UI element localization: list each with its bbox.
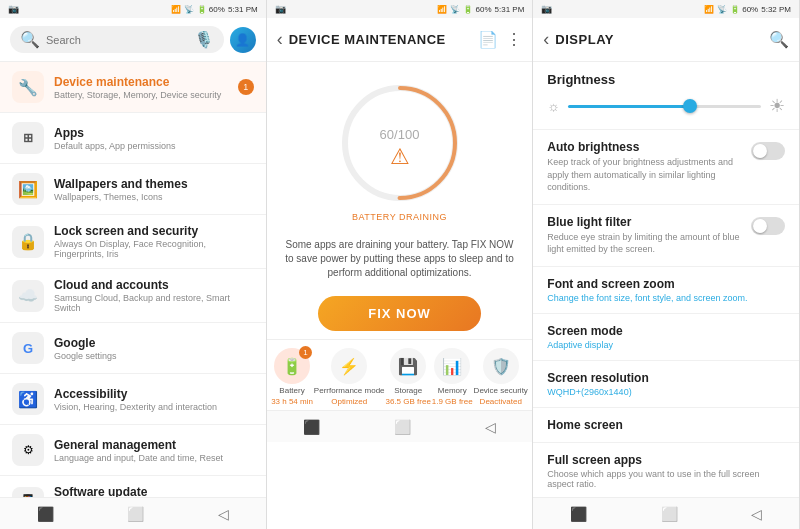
settings-text-device: Device maintenance Battery, Storage, Mem… — [54, 75, 238, 100]
screen-resolution-title: Screen resolution — [547, 371, 785, 385]
settings-text-cloud: Cloud and accounts Samsung Cloud, Backup… — [54, 278, 254, 313]
more-icon[interactable]: ⋮ — [506, 30, 522, 49]
security-bottom-sub: Deactivated — [480, 397, 522, 406]
nav-home-2[interactable]: ⬜ — [394, 419, 411, 435]
settings-icon-cloud: ☁️ — [12, 280, 44, 312]
bottom-icons-row: 🔋 1 Battery 33 h 54 min ⚡ Perrformance m… — [267, 339, 533, 410]
settings-item-apps[interactable]: ⊞ Apps Default apps, App permissions — [0, 113, 266, 164]
bottom-icon-performance[interactable]: ⚡ Perrformance mode Optimized — [314, 348, 385, 406]
settings-item-device-maintenance[interactable]: 🔧 Device maintenance Battery, Storage, M… — [0, 62, 266, 113]
battery-exclamation-icon: ⚠ — [380, 144, 420, 170]
full-screen-sub: Choose which apps you want to use in the… — [547, 469, 785, 489]
settings-item-wallpapers[interactable]: 🖼️ Wallpapers and themes Wallpapers, The… — [0, 164, 266, 215]
wifi-icon-2: 📡 — [450, 5, 460, 14]
nav-recent-3[interactable]: ⬛ — [570, 506, 587, 522]
auto-brightness-toggle[interactable] — [751, 142, 785, 160]
profile-letter: 👤 — [235, 33, 250, 47]
settings-name-lock: Lock screen and security — [54, 224, 254, 238]
settings-item-general[interactable]: ⚙ General management Language and input,… — [0, 425, 266, 476]
settings-icon-apps: ⊞ — [12, 122, 44, 154]
settings-name-general: General management — [54, 438, 254, 452]
blue-light-title: Blue light filter — [547, 215, 743, 229]
battery-center: 60/100 ⚠ — [380, 116, 420, 170]
bottom-icon-security[interactable]: 🛡️ Device security Deactivated — [474, 348, 528, 406]
back-button-3[interactable]: ‹ — [543, 29, 549, 50]
nav-back-3[interactable]: ◁ — [751, 506, 762, 522]
memory-bottom-icon: 📊 — [434, 348, 470, 384]
back-button-2[interactable]: ‹ — [277, 29, 283, 50]
battery-icon-3: 🔋 60% — [730, 5, 758, 14]
settings-item-google[interactable]: G Google Google settings — [0, 323, 266, 374]
settings-name-cloud: Cloud and accounts — [54, 278, 254, 292]
home-screen-title: Home screen — [547, 418, 785, 432]
battery-bottom-label: Battery — [279, 386, 304, 395]
bottom-icon-memory[interactable]: 📊 Memory 1.9 GB free — [432, 348, 473, 406]
status-bar-2: 📷 📶 📡 🔋 60% 5:31 PM — [267, 0, 533, 18]
nav-recent-2[interactable]: ⬛ — [303, 419, 320, 435]
settings-text-lock: Lock screen and security Always On Displ… — [54, 224, 254, 259]
settings-desc-device: Battery, Storage, Memory, Device securit… — [54, 90, 238, 100]
nav-recent-1[interactable]: ⬛ — [37, 506, 54, 522]
settings-name-apps: Apps — [54, 126, 254, 140]
mic-icon[interactable]: 🎙️ — [194, 30, 214, 49]
status-icon-1: 📷 — [8, 4, 19, 14]
doc-icon[interactable]: 📄 — [478, 30, 498, 49]
settings-item-lock-screen[interactable]: 🔒 Lock screen and security Always On Dis… — [0, 215, 266, 269]
full-screen-item[interactable]: Full screen apps Choose which apps you w… — [533, 443, 799, 497]
settings-icon-general: ⚙ — [12, 434, 44, 466]
screen-resolution-item[interactable]: Screen resolution WQHD+(2960x1440) — [533, 361, 799, 408]
wifi-icon-3: 📡 — [717, 5, 727, 14]
font-zoom-item[interactable]: Font and screen zoom Change the font siz… — [533, 267, 799, 314]
brightness-low-icon: ☼ — [547, 98, 560, 114]
profile-icon[interactable]: 👤 — [230, 27, 256, 53]
display-title: DISPLAY — [555, 32, 761, 47]
nav-back-1[interactable]: ◁ — [218, 506, 229, 522]
fix-now-button[interactable]: FIX NOW — [318, 296, 481, 331]
maintenance-header: ‹ DEVICE MAINTENANCE 📄 ⋮ — [267, 18, 533, 62]
blue-light-toggle[interactable] — [751, 217, 785, 235]
nav-home-3[interactable]: ⬜ — [661, 506, 678, 522]
search-input[interactable] — [46, 34, 188, 46]
settings-name-wallpapers: Wallpapers and themes — [54, 177, 254, 191]
time-3: 5:32 PM — [761, 5, 791, 14]
screen-mode-item[interactable]: Screen mode Adaptive display — [533, 314, 799, 361]
auto-brightness-row: Auto brightness Keep track of your brigh… — [547, 140, 785, 194]
battery-max: /100 — [394, 127, 419, 142]
nav-bar-1: ⬛ ⬜ ◁ — [0, 497, 266, 529]
battery-icon: 🔋 60% — [197, 5, 225, 14]
brightness-section: Brightness ☼ ☀ — [533, 62, 799, 130]
signal-icon-2: 📶 — [437, 5, 447, 14]
settings-text-general: General management Language and input, D… — [54, 438, 254, 463]
memory-bottom-sub: 1.9 GB free — [432, 397, 473, 406]
settings-item-cloud[interactable]: ☁️ Cloud and accounts Samsung Cloud, Bac… — [0, 269, 266, 323]
bottom-icon-storage[interactable]: 💾 Storage 36.5 GB free — [385, 348, 430, 406]
nav-back-2[interactable]: ◁ — [485, 419, 496, 435]
signal-icon: 📶 — [171, 5, 181, 14]
brightness-high-icon: ☀ — [769, 95, 785, 117]
status-bar-3: 📷 📶 📡 🔋 60% 5:32 PM — [533, 0, 799, 18]
nav-bar-2: ⬛ ⬜ ◁ — [267, 410, 533, 442]
search-icon-display[interactable]: 🔍 — [769, 30, 789, 49]
maintenance-title: DEVICE MAINTENANCE — [289, 32, 471, 47]
battery-bottom-icon: 🔋 1 — [274, 348, 310, 384]
performance-bottom-icon: ⚡ — [331, 348, 367, 384]
settings-item-accessibility[interactable]: ♿ Accessibility Vision, Hearing, Dexteri… — [0, 374, 266, 425]
font-zoom-sub: Change the font size, font style, and sc… — [547, 293, 785, 303]
time-2: 5:31 PM — [495, 5, 525, 14]
wifi-icon: 📡 — [184, 5, 194, 14]
memory-bottom-label: Memory — [438, 386, 467, 395]
search-bar[interactable]: 🔍 🎙️ — [10, 26, 224, 53]
settings-name-software: Software update — [54, 485, 254, 497]
auto-brightness-desc: Keep track of your brightness adjustment… — [547, 156, 743, 194]
badge-device: 1 — [238, 79, 254, 95]
bottom-icon-battery[interactable]: 🔋 1 Battery 33 h 54 min — [271, 348, 313, 406]
home-screen-item[interactable]: Home screen — [533, 408, 799, 443]
nav-home-1[interactable]: ⬜ — [127, 506, 144, 522]
settings-desc-apps: Default apps, App permissions — [54, 141, 254, 151]
screen-mode-title: Screen mode — [547, 324, 785, 338]
brightness-slider[interactable] — [568, 105, 761, 108]
settings-icon-wallpapers: 🖼️ — [12, 173, 44, 205]
settings-item-software[interactable]: 📱 Software update Download updates, Sche… — [0, 476, 266, 497]
brightness-row[interactable]: ☼ ☀ — [547, 93, 785, 119]
settings-desc-wallpapers: Wallpapers, Themes, Icons — [54, 192, 254, 202]
